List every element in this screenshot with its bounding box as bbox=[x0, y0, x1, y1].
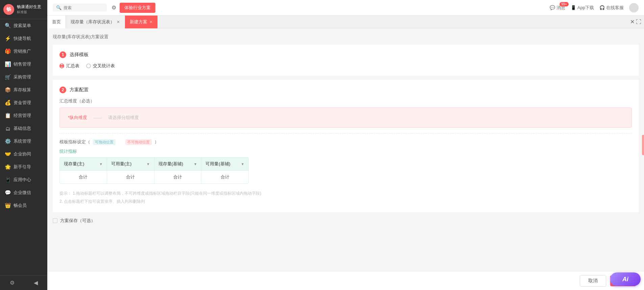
sidebar-item-guide[interactable]: 🌟 新手引导 bbox=[0, 161, 47, 173]
indicator-tag-fixed: 不可拖动位置 bbox=[125, 139, 152, 145]
radio-cross-circle bbox=[86, 64, 91, 68]
sidebar-item-label: 企业协同 bbox=[14, 151, 31, 157]
tab-home[interactable]: 首页 bbox=[47, 16, 66, 28]
content-area: 现存量(库存状况表)方案设置 1 选择模板 汇总表 交叉统计表 bbox=[47, 28, 644, 271]
step2-badge: 2 bbox=[59, 87, 66, 93]
tab-home-label: 首页 bbox=[52, 19, 61, 25]
step1-card: 1 选择模板 汇总表 交叉统计表 bbox=[53, 45, 639, 76]
sidebar-scroll: 🔍 搜索菜单 ⚡ 快捷导航 🎁 营销推广 📊 销售管理 🛒 采购管理 📦 库存核… bbox=[0, 19, 47, 275]
step1-title: 选择模板 bbox=[70, 52, 89, 58]
stats-col4-label: 可用量(基辅) bbox=[205, 161, 230, 167]
tip-1: 提示： 1.拖动标题栏可以调整布局，不可跨维度或指标区域拖动栏目字段(只能在同一… bbox=[59, 189, 632, 197]
settings-icon[interactable]: ⚙ bbox=[112, 4, 116, 11]
tab-fullscreen-button[interactable]: ⛶ bbox=[636, 19, 641, 25]
stats-col2-label: 可用量(主) bbox=[111, 161, 132, 167]
sidebar-item-label: 搜索菜单 bbox=[14, 23, 31, 29]
indicator-tag-movable: 可拖动位置 bbox=[93, 139, 116, 145]
save-option-label: 方案保存（可选） bbox=[60, 218, 95, 224]
industry-btn[interactable]: 体验行业方案 bbox=[120, 3, 155, 13]
avatar-image bbox=[629, 3, 639, 13]
stats-col2-header[interactable]: 可用量(主) ▼ bbox=[107, 158, 154, 170]
sidebar-item-operation[interactable]: 📋 经营管理 bbox=[0, 109, 47, 122]
chevron-down-icon[interactable]: ▼ bbox=[147, 162, 150, 166]
sidebar-item-inventory[interactable]: 📦 库存核算 bbox=[0, 83, 47, 96]
sidebar-item-label: 营销推广 bbox=[14, 48, 31, 54]
sidebar-item-purchase[interactable]: 🛒 采购管理 bbox=[0, 71, 47, 83]
radio-cross[interactable]: 交叉统计表 bbox=[86, 63, 115, 69]
sidebar-item-label: 企业微信 bbox=[14, 190, 31, 196]
radio-summary-circle bbox=[59, 64, 64, 68]
tab-new-plan[interactable]: 新建方案 ✕ bbox=[125, 16, 158, 28]
stats-col1-sub: 合计 bbox=[60, 171, 107, 184]
chevron-down-icon[interactable]: ▼ bbox=[241, 162, 244, 166]
message-icon: 💬 bbox=[550, 5, 555, 10]
sidebar-item-label: 经营管理 bbox=[14, 113, 31, 119]
stats-table-header: 现存量(主) ▼ 可用量(主) ▼ 现存量(基辅) ▼ 可用量(基辅) bbox=[60, 158, 248, 171]
radio-summary[interactable]: 汇总表 bbox=[59, 63, 79, 69]
sidebar-app-name: 畅康通好生意 bbox=[17, 4, 41, 10]
system-icon: ⚙️ bbox=[5, 138, 11, 144]
sidebar-collapse-button[interactable]: ◀ bbox=[31, 278, 41, 287]
service-button[interactable]: 🎧 在线客服 bbox=[599, 5, 624, 11]
sidebar-item-sales[interactable]: 📊 销售管理 bbox=[0, 58, 47, 71]
topbar-search-container[interactable]: 🔍 bbox=[53, 4, 107, 11]
step1-badge: 1 bbox=[59, 51, 66, 58]
tab-inventory-close-icon[interactable]: ✕ bbox=[117, 20, 120, 24]
sidebar-item-wechat[interactable]: 💬 企业微信 bbox=[0, 186, 47, 199]
chevron-down-icon[interactable]: ▼ bbox=[194, 162, 197, 166]
app-icon: 📱 bbox=[571, 5, 576, 10]
dimension-placeholder-text: 请选择分组维度 bbox=[108, 115, 139, 121]
chevron-down-icon[interactable]: ▼ bbox=[99, 162, 103, 166]
indicator-settings-text: 模板指标设定（ bbox=[59, 139, 90, 145]
sidebar-item-search[interactable]: 🔍 搜索菜单 bbox=[0, 19, 47, 32]
appstore-icon: 📱 bbox=[5, 177, 11, 183]
ai-bubble[interactable]: Ai bbox=[610, 272, 641, 286]
sidebar-item-cooperation[interactable]: 🤝 企业协同 bbox=[0, 148, 47, 161]
stats-col1-header[interactable]: 现存量(主) ▼ bbox=[60, 158, 107, 170]
bottom-bar: 取消 查询 bbox=[47, 271, 644, 290]
stats-col4-header[interactable]: 可用量(基辅) ▼ bbox=[201, 158, 248, 170]
cancel-button[interactable]: 取消 bbox=[580, 275, 606, 287]
sidebar-bottom: ⚙ ◀ bbox=[0, 275, 47, 290]
sidebar-item-label: 新手引导 bbox=[14, 164, 31, 170]
sidebar-item-label: 销售管理 bbox=[14, 61, 31, 67]
resize-handle[interactable] bbox=[642, 135, 644, 155]
tab-close-all-button[interactable]: ✕ bbox=[630, 19, 635, 25]
stats-section-title: 统计指标 bbox=[59, 148, 632, 154]
step2-title: 方案配置 bbox=[70, 87, 89, 93]
tabbar-actions: ✕ ⛶ bbox=[630, 19, 644, 25]
sidebar-item-appstore[interactable]: 📱 应用中心 bbox=[0, 173, 47, 186]
member-icon: 👑 bbox=[5, 202, 11, 209]
basic-icon: 🗂 bbox=[5, 125, 11, 131]
tab-inventory-status-label: 现存量（库存状况表） bbox=[71, 19, 115, 25]
user-avatar[interactable] bbox=[629, 3, 639, 13]
search-input[interactable] bbox=[64, 5, 97, 10]
sidebar-item-member[interactable]: 👑 畅会员 bbox=[0, 199, 47, 212]
dimension-dash: —— bbox=[93, 115, 102, 120]
tip-2: 2. 点击标题栏下拉可设置排序、插入列和删除列 bbox=[59, 197, 632, 206]
step2-header: 2 方案配置 bbox=[59, 87, 632, 93]
sidebar-item-marketing[interactable]: 🎁 营销推广 bbox=[0, 45, 47, 58]
main-area: 🔍 ⚙ 体验行业方案 💬 消息 99+ 📱 App下载 🎧 在线客服 bbox=[47, 0, 644, 290]
message-button[interactable]: 💬 消息 99+ bbox=[550, 5, 565, 11]
indicator-tag-close: ） bbox=[154, 139, 159, 145]
sidebar-item-label: 资金管理 bbox=[14, 100, 31, 106]
guide-icon: 🌟 bbox=[5, 164, 11, 170]
tab-new-plan-close-icon[interactable]: ✕ bbox=[149, 20, 153, 24]
sidebar-item-label: 采购管理 bbox=[14, 74, 31, 80]
tab-inventory-status[interactable]: 现存量（库存状况表） ✕ bbox=[66, 16, 125, 28]
sidebar-item-system[interactable]: ⚙️ 系统管理 bbox=[0, 135, 47, 148]
sidebar-title: 畅康通好生意 标准版 bbox=[17, 4, 41, 15]
sidebar-item-quicknav[interactable]: ⚡ 快捷导航 bbox=[0, 32, 47, 45]
save-option-checkbox[interactable] bbox=[53, 218, 57, 223]
sidebar-settings-button[interactable]: ⚙ bbox=[7, 278, 17, 287]
sidebar-header: 畅 畅康通好生意 标准版 bbox=[0, 0, 47, 19]
indicator-settings-label: 模板指标设定（ 可拖动位置 不可拖动位置 ） bbox=[59, 139, 632, 145]
stats-col3-header[interactable]: 现存量(基辅) ▼ bbox=[154, 158, 202, 170]
service-label: 在线客服 bbox=[606, 5, 624, 11]
sidebar-item-finance[interactable]: 💰 资金管理 bbox=[0, 96, 47, 109]
app-download-button[interactable]: 📱 App下载 bbox=[571, 5, 594, 11]
quicknav-icon: ⚡ bbox=[5, 35, 11, 42]
dimension-required-row[interactable]: *纵向维度 —— 请选择分组维度 bbox=[59, 107, 632, 128]
sidebar-item-basic[interactable]: 🗂 基础信息 bbox=[0, 122, 47, 135]
